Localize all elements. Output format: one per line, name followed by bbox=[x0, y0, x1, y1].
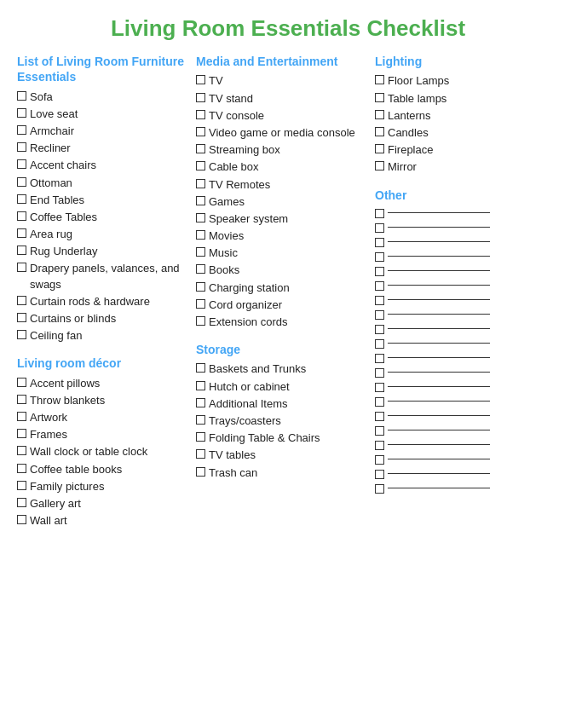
checkbox[interactable] bbox=[196, 264, 205, 274]
checkbox[interactable] bbox=[196, 230, 205, 240]
checkbox[interactable] bbox=[17, 378, 26, 387]
item-label: Mirror bbox=[388, 159, 417, 175]
checkbox[interactable] bbox=[196, 247, 205, 257]
list-item: Drapery panels, valances, and swags bbox=[17, 261, 187, 292]
item-label: Movies bbox=[209, 228, 244, 244]
checkbox[interactable] bbox=[196, 282, 205, 292]
furniture-title: List of Living Room Furniture Essentials bbox=[17, 54, 187, 84]
checkbox[interactable] bbox=[375, 412, 384, 421]
checkbox[interactable] bbox=[196, 127, 205, 136]
checkbox[interactable] bbox=[375, 161, 384, 170]
checkbox[interactable] bbox=[375, 110, 384, 119]
checkbox[interactable] bbox=[17, 159, 26, 169]
checkbox[interactable] bbox=[196, 179, 205, 188]
checkbox[interactable] bbox=[17, 296, 26, 305]
list-item: Armchair bbox=[17, 124, 187, 139]
checkbox[interactable] bbox=[17, 91, 26, 101]
page-title: Living Room Essentials Checklist bbox=[17, 15, 559, 42]
checkbox[interactable] bbox=[196, 161, 205, 170]
list-item: Hutch or cabinet bbox=[196, 379, 366, 395]
checkbox[interactable] bbox=[196, 196, 205, 205]
checkbox[interactable] bbox=[375, 127, 384, 136]
list-item: Baskets and Trunks bbox=[196, 361, 366, 377]
checkbox[interactable] bbox=[17, 313, 26, 322]
item-label: Gallery art bbox=[30, 496, 81, 511]
other-line-item bbox=[375, 280, 562, 291]
checkbox[interactable] bbox=[17, 395, 26, 404]
other-section: Other bbox=[375, 188, 562, 494]
checkbox[interactable] bbox=[375, 397, 384, 407]
checkbox[interactable] bbox=[375, 267, 384, 276]
checkbox[interactable] bbox=[196, 363, 205, 373]
checkbox[interactable] bbox=[196, 144, 205, 153]
checkbox[interactable] bbox=[196, 316, 205, 326]
checkbox[interactable] bbox=[375, 368, 384, 378]
checkbox[interactable] bbox=[17, 177, 26, 187]
checkbox[interactable] bbox=[196, 467, 205, 477]
checkbox[interactable] bbox=[17, 108, 26, 118]
other-line-bar bbox=[388, 386, 490, 387]
checkbox[interactable] bbox=[17, 429, 26, 438]
checkbox[interactable] bbox=[375, 93, 384, 102]
checkbox[interactable] bbox=[375, 281, 384, 291]
checkbox[interactable] bbox=[196, 110, 205, 119]
checkbox[interactable] bbox=[375, 455, 384, 465]
checkbox[interactable] bbox=[375, 223, 384, 233]
checkbox[interactable] bbox=[196, 75, 205, 84]
checkbox[interactable] bbox=[196, 299, 205, 309]
checkbox[interactable] bbox=[375, 252, 384, 262]
checkbox[interactable] bbox=[375, 325, 384, 334]
checkbox[interactable] bbox=[375, 383, 384, 392]
item-label: Wall art bbox=[30, 513, 67, 529]
other-line-item bbox=[375, 294, 562, 305]
item-label: Sofa bbox=[30, 90, 53, 105]
checkbox[interactable] bbox=[17, 142, 26, 152]
checkbox[interactable] bbox=[375, 75, 384, 84]
item-label: Ceiling fan bbox=[30, 328, 82, 344]
list-item: Accent pillows bbox=[17, 376, 187, 391]
checkbox[interactable] bbox=[375, 354, 384, 363]
checkbox[interactable] bbox=[17, 446, 26, 455]
checkbox[interactable] bbox=[17, 464, 26, 473]
checkbox[interactable] bbox=[375, 441, 384, 450]
checkbox[interactable] bbox=[17, 211, 26, 221]
checkbox[interactable] bbox=[17, 228, 26, 238]
checkbox[interactable] bbox=[196, 398, 205, 407]
checkbox[interactable] bbox=[196, 381, 205, 390]
other-line-item bbox=[375, 352, 562, 363]
furniture-section: List of Living Room Furniture Essentials… bbox=[17, 54, 187, 344]
checkbox[interactable] bbox=[196, 415, 205, 425]
checkbox[interactable] bbox=[375, 310, 384, 320]
checkbox[interactable] bbox=[17, 194, 26, 204]
checkbox[interactable] bbox=[17, 330, 26, 339]
checkbox[interactable] bbox=[375, 426, 384, 436]
checkbox[interactable] bbox=[17, 412, 26, 421]
list-item: Trays/coasters bbox=[196, 413, 366, 429]
checkbox[interactable] bbox=[17, 515, 26, 524]
item-label: TV stand bbox=[209, 91, 253, 107]
item-label: Floor Lamps bbox=[388, 73, 449, 89]
item-label: Hutch or cabinet bbox=[209, 379, 290, 395]
other-title: Other bbox=[375, 188, 562, 203]
checkbox[interactable] bbox=[196, 213, 205, 222]
checkbox[interactable] bbox=[375, 470, 384, 479]
checkbox[interactable] bbox=[375, 144, 384, 153]
list-item: Floor Lamps bbox=[375, 73, 562, 89]
other-line-bar bbox=[388, 401, 490, 402]
column-1: List of Living Room Furniture Essentials… bbox=[17, 54, 187, 540]
checkbox[interactable] bbox=[375, 484, 384, 494]
checkbox[interactable] bbox=[196, 449, 205, 459]
checkbox[interactable] bbox=[17, 125, 26, 135]
checkbox[interactable] bbox=[196, 432, 205, 442]
checkbox[interactable] bbox=[375, 296, 384, 305]
checkbox[interactable] bbox=[196, 93, 205, 102]
checkbox[interactable] bbox=[17, 246, 26, 255]
checkbox[interactable] bbox=[17, 263, 26, 272]
checkbox[interactable] bbox=[375, 238, 384, 247]
checkbox[interactable] bbox=[17, 498, 26, 507]
checkbox[interactable] bbox=[17, 481, 26, 490]
list-item: Speaker system bbox=[196, 211, 366, 227]
checkbox[interactable] bbox=[375, 209, 384, 218]
item-label: Games bbox=[209, 194, 245, 210]
checkbox[interactable] bbox=[375, 339, 384, 349]
